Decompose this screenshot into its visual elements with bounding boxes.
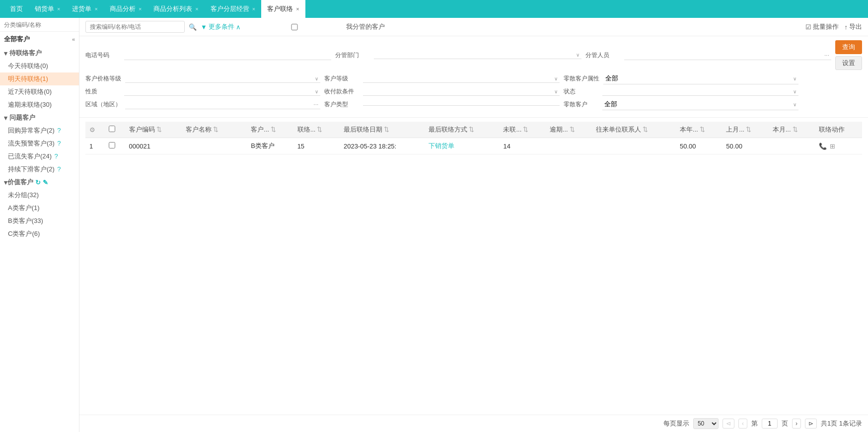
sort-icon: ⇅ [384, 126, 389, 133]
set-button[interactable]: 设置 [835, 56, 862, 70]
close-icon[interactable]: × [94, 6, 97, 12]
close-icon[interactable]: × [252, 6, 255, 12]
refresh-icon[interactable]: ↻ [35, 179, 41, 186]
price-level-select[interactable]: ∨ [125, 75, 320, 83]
sidebar-search-input[interactable] [4, 21, 78, 28]
my-customers-checkbox[interactable] [245, 24, 344, 30]
sidebar-search-area: 🔍 [0, 18, 79, 32]
sort-icon: ⇅ [213, 126, 218, 133]
price-level-filter: 客户价格等级 ∨ [85, 74, 320, 83]
close-icon[interactable]: × [195, 6, 198, 12]
prev-page-button[interactable]: ‹ [738, 419, 747, 429]
status-select[interactable]: ∨ [602, 88, 798, 96]
my-customers-checkbox-area: 我分管的客户 [245, 22, 385, 31]
more-icon[interactable]: ··· [824, 52, 829, 59]
col-checkbox [105, 122, 125, 138]
customer-type-select[interactable] [363, 103, 559, 106]
first-page-button[interactable]: ⊲ [723, 419, 734, 429]
close-icon[interactable]: × [296, 6, 299, 12]
gear-icon[interactable]: ⚙ [89, 126, 95, 134]
sidebar-item-c-class[interactable]: C类客户(6) [0, 227, 79, 240]
close-icon[interactable]: × [57, 6, 60, 12]
nav-purchase-order[interactable]: 进货单 × [66, 0, 103, 18]
select-all-checkbox[interactable] [109, 126, 115, 132]
row-select-checkbox[interactable] [109, 142, 115, 148]
row-action: 📞 ⊞ [815, 138, 862, 154]
all-customers-header[interactable]: 全部客户 « [0, 32, 79, 47]
row-this-year: 50.00 [676, 138, 722, 154]
col-last-month[interactable]: 上月...⇅ [722, 122, 768, 138]
nav-customer-segmentation[interactable]: 客户分层经营 × [205, 0, 261, 18]
customer-level-select[interactable]: ∨ [363, 75, 559, 83]
col-contacts[interactable]: 联络...⇅ [293, 122, 340, 138]
batch-op-button[interactable]: ☑ 批量操作 [805, 22, 839, 31]
sidebar-item-a-class[interactable]: A类客户(1) [0, 202, 79, 215]
total-info: 共1页 1条记录 [821, 419, 862, 428]
phone-input[interactable] [124, 51, 331, 60]
page-input[interactable] [762, 419, 778, 429]
sidebar-item-b-class[interactable]: B类客户(33) [0, 215, 79, 227]
action-area: ☑ 批量操作 ↑ 导出 [805, 22, 863, 31]
col-code[interactable]: 客户编码⇅ [125, 122, 182, 138]
col-overdue[interactable]: 逾期...⇅ [546, 122, 592, 138]
grid-icon[interactable]: ⊞ [830, 143, 835, 150]
col-name[interactable]: 客户名称⇅ [182, 122, 247, 138]
col-this-year[interactable]: 本年...⇅ [676, 122, 722, 138]
chevron-down-icon: ∨ [793, 76, 796, 81]
search-input[interactable] [85, 21, 185, 33]
next-page-button[interactable]: › [792, 419, 801, 429]
col-last-contact-method[interactable]: 最后联络方式⇅ [425, 122, 500, 138]
sidebar-item-today-pending[interactable]: 今天待联络(0) [0, 60, 79, 72]
nav-product-analysis-list[interactable]: 商品分析列表 × [147, 0, 204, 18]
row-index: 1 [85, 138, 105, 154]
sidebar-item-7day-pending[interactable]: 近7天待联络(0) [0, 85, 79, 98]
row-this-month [769, 138, 815, 154]
export-button[interactable]: ↑ 导出 [845, 22, 863, 31]
nature-select[interactable]: ∨ [124, 88, 320, 96]
phone-icon[interactable]: 📞 [819, 143, 827, 150]
phone-filter: 电话号码 [85, 51, 331, 60]
col-this-month[interactable]: 本月...⇅ [769, 122, 815, 138]
data-table-container: ⚙ 客户编码⇅ 客户名称⇅ 客户...⇅ [79, 118, 868, 415]
sidebar-item-declining[interactable]: 持续下滑客户(2) ? [0, 163, 79, 176]
sidebar-item-churn-warning[interactable]: 流失预警客户(3) ? [0, 137, 79, 150]
close-icon[interactable]: × [139, 6, 142, 12]
person-select[interactable]: ··· [624, 51, 831, 60]
dept-select[interactable]: ∨ [374, 51, 581, 59]
nav-product-analysis[interactable]: 商品分析 × [104, 0, 147, 18]
col-category[interactable]: 客户...⇅ [247, 122, 293, 138]
payment-select[interactable]: ∨ [363, 88, 559, 96]
sidebar-item-ungrouped[interactable]: 未分组(32) [0, 189, 79, 202]
edit-icon[interactable]: ✎ [43, 179, 48, 186]
retail-attr-select[interactable]: 全部 ∨ [603, 73, 798, 84]
sidebar-item-churned[interactable]: 已流失客户(24) ? [0, 150, 79, 163]
sort-icon: ⇅ [700, 126, 705, 133]
question-icon: ? [57, 165, 61, 173]
row-last-contact-method[interactable]: 下销货单 [425, 138, 500, 154]
col-unit-contact[interactable]: 往来单位联系人⇅ [592, 122, 676, 138]
per-page-select[interactable]: 50 100 200 [693, 418, 719, 429]
row-category: B类客户 [247, 138, 293, 154]
export-icon: ↑ [845, 23, 848, 31]
last-page-button[interactable]: ⊳ [805, 419, 817, 429]
nav-sales-order[interactable]: 销货单 × [29, 0, 66, 18]
col-last-contact-date[interactable]: 最后联络日期⇅ [340, 122, 425, 138]
sort-icon: ⇅ [156, 126, 162, 133]
chevron-icon: ∧ [236, 23, 241, 31]
retail-customer-select[interactable]: 全部 ∨ [602, 99, 798, 110]
more-icon[interactable]: ··· [313, 101, 318, 108]
table-footer: 每页显示 50 100 200 ⊲ ‹ 第 页 › ⊳ 共1页 1条记录 [79, 415, 868, 432]
col-pending[interactable]: 未联...⇅ [499, 122, 545, 138]
advanced-filter-panel: 电话号码 分管部门 ∨ 分管人员 ··· [79, 36, 868, 118]
more-conditions-button[interactable]: ▼ 更多条件 ∧ [201, 22, 241, 31]
sidebar-item-repurchase-abnormal[interactable]: 回购异常客户(2) ? [0, 124, 79, 137]
area-select[interactable]: ··· [125, 100, 320, 109]
row-last-month: 50.00 [722, 138, 768, 154]
sidebar-item-overdue-pending[interactable]: 逾期未联络(30) [0, 98, 79, 111]
query-button[interactable]: 查询 [835, 40, 862, 54]
nav-home[interactable]: 首页 [4, 0, 29, 18]
sidebar-item-tomorrow-pending[interactable]: 明天待联络(1) [0, 72, 79, 85]
nav-customer-contact[interactable]: 客户联络 × [261, 0, 305, 18]
question-icon: ? [54, 152, 58, 160]
search-icon[interactable]: 🔍 [189, 23, 197, 31]
